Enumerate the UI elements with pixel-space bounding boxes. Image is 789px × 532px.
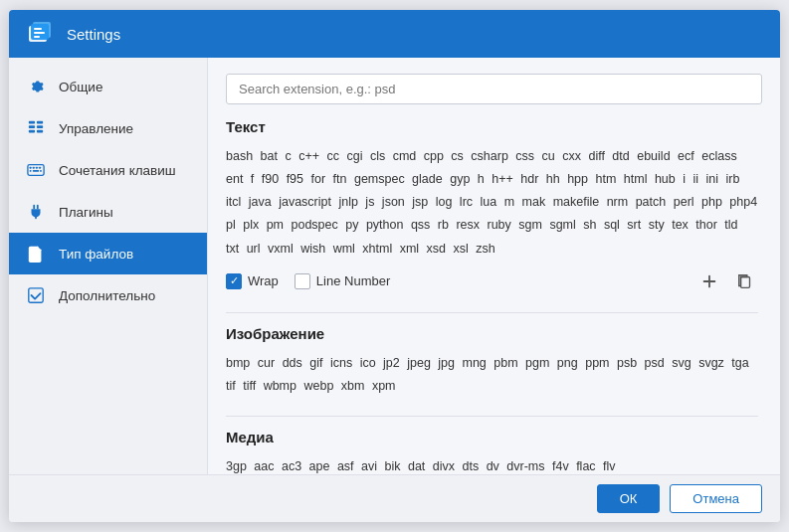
section-image: Изображение bmp cur dds gif icns ico jp2… — [226, 325, 758, 398]
wrap-row: ✓ Wrap Line Number — [226, 268, 758, 294]
svg-rect-19 — [40, 170, 42, 172]
content-area: Текст bash bat c c++ cc cgi cls cmd cpp … — [208, 58, 780, 474]
section-text: Текст bash bat c c++ cc cgi cls cmd cpp … — [226, 118, 758, 294]
sidebar: Общие Управление — [9, 58, 208, 474]
wrap-label: Wrap — [248, 273, 279, 288]
add-button[interactable] — [696, 268, 722, 294]
svg-rect-11 — [37, 130, 43, 133]
scroll-area[interactable]: Текст bash bat c c++ cc cgi cls cmd cpp … — [226, 118, 762, 474]
section-title-media: Медиа — [226, 429, 758, 445]
svg-rect-4 — [34, 32, 45, 34]
main-area: Общие Управление — [9, 58, 780, 474]
cancel-button[interactable]: Отмена — [670, 484, 762, 513]
sidebar-item-filetypes[interactable]: Тип файлов — [9, 233, 207, 274]
svg-rect-7 — [29, 125, 35, 128]
section-title-image: Изображение — [226, 325, 758, 342]
svg-rect-3 — [34, 28, 42, 30]
window-title: Settings — [67, 26, 120, 43]
svg-rect-24 — [741, 276, 750, 287]
extensions-media: 3gp aac ac3 ape asf avi bik dat divx dts… — [226, 455, 758, 474]
divider-1 — [226, 312, 758, 313]
sidebar-label-shortcuts: Сочетания клавиш — [59, 163, 176, 178]
svg-rect-10 — [37, 125, 43, 128]
svg-rect-20 — [33, 205, 35, 210]
sidebar-item-management[interactable]: Управление — [9, 107, 207, 149]
file-icon — [25, 243, 47, 265]
svg-rect-18 — [33, 170, 39, 172]
extensions-text: bash bat c c++ cc cgi cls cmd cpp cs csh… — [226, 145, 758, 261]
sidebar-label-advanced: Дополнительно — [59, 288, 155, 303]
sidebar-item-shortcuts[interactable]: Сочетания клавиш — [9, 149, 207, 191]
footer: ОК Отмена — [9, 474, 780, 522]
checkbox-icon — [25, 284, 47, 306]
copy-button[interactable] — [732, 268, 758, 294]
wrap-checkbox[interactable]: ✓ — [226, 273, 242, 289]
sidebar-label-plugins: Плагины — [59, 205, 113, 220]
gear-icon — [25, 76, 47, 97]
svg-rect-16 — [39, 167, 41, 169]
svg-rect-22 — [35, 217, 37, 220]
check-icon: ✓ — [230, 275, 239, 286]
line-number-checkbox-label[interactable]: Line Number — [295, 273, 390, 289]
search-input[interactable] — [226, 74, 762, 104]
sidebar-item-general[interactable]: Общие — [9, 66, 207, 107]
wrap-actions — [696, 268, 758, 294]
line-number-label: Line Number — [316, 273, 390, 288]
extensions-image: bmp cur dds gif icns ico jp2 jpeg jpg mn… — [226, 352, 758, 398]
svg-rect-17 — [30, 170, 32, 172]
wrap-checkbox-label[interactable]: ✓ Wrap — [226, 273, 279, 289]
grid-icon — [25, 117, 47, 139]
sidebar-item-advanced[interactable]: Дополнительно — [9, 274, 207, 316]
search-bar — [226, 74, 762, 104]
sidebar-label-general: Общие — [59, 80, 102, 94]
svg-rect-14 — [33, 167, 35, 169]
svg-rect-5 — [34, 36, 40, 38]
svg-rect-15 — [36, 167, 38, 169]
sidebar-label-management: Управление — [59, 121, 133, 136]
settings-window: Settings Общие — [9, 10, 780, 522]
plug-icon — [25, 201, 47, 223]
divider-2 — [226, 416, 758, 417]
svg-rect-21 — [37, 205, 39, 210]
svg-rect-6 — [29, 121, 35, 124]
sidebar-item-plugins[interactable]: Плагины — [9, 191, 207, 233]
title-bar: Settings — [9, 10, 780, 58]
ok-button[interactable]: ОК — [597, 484, 661, 513]
svg-rect-13 — [30, 167, 32, 169]
svg-rect-8 — [29, 130, 35, 133]
app-icon — [25, 18, 57, 50]
line-number-checkbox[interactable] — [295, 273, 310, 289]
section-title-text: Текст — [226, 118, 758, 135]
sidebar-label-filetypes: Тип файлов — [59, 247, 133, 262]
section-media: Медиа 3gp aac ac3 ape asf avi bik dat di… — [226, 429, 758, 474]
svg-rect-9 — [37, 121, 43, 124]
keyboard-icon — [25, 159, 47, 181]
